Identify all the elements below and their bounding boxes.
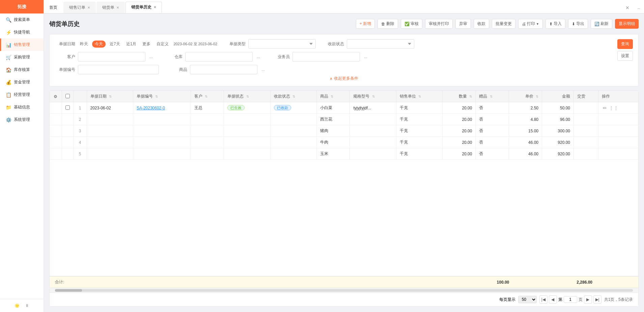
doc-no-link[interactable]: SA-20230602-0 (137, 106, 165, 110)
scroll-bar-thumb[interactable] (55, 289, 82, 292)
sidebar-item-base-info[interactable]: 📁 基础信息 (0, 101, 44, 113)
audit-button[interactable]: ✅ 审核 (401, 19, 422, 29)
sidebar-item-inventory[interactable]: 🏠 库存核算 (0, 63, 44, 76)
page-size-select[interactable]: 50 100 200 (518, 296, 537, 303)
col-actions: 操作 (598, 91, 638, 102)
col-doc-status[interactable]: 单据状态 ⇅ (224, 91, 270, 102)
page-last-btn[interactable]: ▶| (593, 295, 601, 304)
collect-button[interactable]: 收款 (474, 19, 489, 29)
doc-type-select[interactable] (248, 39, 316, 49)
tab-sales-history-close[interactable]: ✕ (153, 5, 156, 9)
tab-home[interactable]: 首页 (44, 2, 63, 13)
edit-action[interactable]: ✏ (602, 105, 608, 111)
batch-change-button[interactable]: 批量变更 (492, 19, 515, 29)
sidebar-item-quick-nav[interactable]: ⚡ 快捷导航 (0, 26, 44, 38)
tab-sales-goods[interactable]: 销货单 ✕ (96, 2, 125, 13)
scroll-bar[interactable] (50, 288, 638, 292)
new-button[interactable]: + 新增 (356, 19, 375, 29)
cell-num: 4 (73, 137, 87, 148)
sidebar-item-operations[interactable]: 📋 经营管理 (0, 88, 44, 101)
salesperson-ellipsis[interactable]: ... (363, 54, 369, 59)
date-btn-today[interactable]: 今天 (92, 41, 106, 48)
col-collect-status[interactable]: 收款状态 ⇅ (270, 91, 316, 102)
goods-ellipsis[interactable]: ... (260, 67, 266, 72)
settings-icon[interactable]: ⚙ (54, 94, 57, 99)
page-next-btn[interactable]: ▶ (584, 295, 592, 304)
col-doc-no[interactable]: 单据编号 ⇅ (133, 91, 191, 102)
cell-doc-status (224, 137, 270, 148)
cell-amount: 50.00 (542, 102, 574, 114)
date-btn-yesterday[interactable]: 昨天 (78, 41, 90, 48)
cell-goods: 猪肉 (317, 125, 350, 137)
cell-checkbox (62, 102, 73, 114)
goods-input[interactable] (190, 65, 257, 74)
refresh-button[interactable]: 🔄 刷新 (591, 19, 612, 29)
customer-ellipsis[interactable]: ... (148, 54, 154, 59)
sidebar-item-label: 系统管理 (14, 117, 30, 123)
page-first-btn[interactable]: |◀ (539, 295, 548, 304)
date-btn-7days[interactable]: 近7天 (108, 41, 122, 48)
cell-gift: 否 (476, 137, 509, 148)
col-customer[interactable]: 客户 ⇅ (191, 91, 224, 102)
row-checkbox[interactable] (65, 105, 70, 110)
sidebar-logo: 拓接 (0, 0, 44, 14)
col-price[interactable]: 单价 ⇅ (509, 91, 542, 102)
sidebar-item-system-mgmt[interactable]: ⚙️ 系统管理 (0, 113, 44, 126)
cell-collect-status (270, 148, 316, 160)
cell-num: 1 (73, 102, 87, 114)
tab-sales-history[interactable]: 销货单历史 ✕ (125, 2, 162, 13)
col-settings[interactable]: ⚙ (50, 91, 62, 102)
cell-doc-date: 2023-06-02 (87, 102, 133, 114)
cell-customer (191, 125, 224, 137)
query-button[interactable]: 查询 (617, 39, 633, 49)
customer-input[interactable] (78, 52, 145, 61)
window-min-btn[interactable]: ─ (634, 4, 644, 13)
cart-icon: 🛒 (6, 55, 11, 60)
select-all-checkbox[interactable] (65, 94, 70, 98)
collapse-btn[interactable]: ∧ 收起更多条件 (55, 76, 633, 81)
tab-sales-goods-close[interactable]: ✕ (116, 6, 119, 9)
sidebar-item-sales-mgmt[interactable]: 📊 销售管理 (0, 38, 44, 51)
export-button[interactable]: ⬇ 导出 (568, 19, 588, 29)
cell-settings (50, 137, 62, 148)
salesperson-input[interactable] (292, 52, 360, 61)
import-button[interactable]: ⬆ 导入 (545, 19, 565, 29)
cell-price: 15.00 (509, 125, 542, 137)
col-doc-date[interactable]: 单据日期 ⇅ (87, 91, 133, 102)
collect-status-select[interactable] (347, 39, 414, 49)
col-quantity[interactable]: 数量 ⇅ (443, 91, 476, 102)
date-btn-custom[interactable]: 自定义 (155, 41, 171, 48)
sidebar-bottom: 🌟 ⏸ (0, 299, 44, 312)
warehouse-ellipsis[interactable]: ... (255, 54, 261, 59)
page-prev-btn[interactable]: ◀ (549, 295, 557, 304)
tab-sales-order-close[interactable]: ✕ (87, 6, 90, 9)
delete-button[interactable]: 🗑 删除 (377, 19, 398, 29)
bottom-icon-1[interactable]: 🌟 (15, 303, 20, 308)
audit-print-button[interactable]: 审核并打印 (425, 19, 453, 29)
date-btn-1month[interactable]: 近1月 (124, 41, 139, 48)
sidebar-item-search-menu[interactable]: 🔍 搜索菜单 (0, 14, 44, 26)
col-doc-no-label: 单据编号 (137, 94, 153, 99)
doc-no-input[interactable] (78, 65, 159, 74)
settings-button[interactable]: 设置 (617, 51, 633, 61)
cell-checkbox (62, 148, 73, 160)
page-input[interactable] (564, 296, 577, 303)
bottom-icon-2[interactable]: ⏸ (25, 303, 29, 308)
col-goods[interactable]: 商品 ⇅ (317, 91, 350, 102)
col-gift[interactable]: 赠品 ⇅ (476, 91, 509, 102)
tab-sales-order[interactable]: 销售订单 ✕ (63, 2, 96, 13)
sidebar-item-purchase-mgmt[interactable]: 🛒 采购管理 (0, 51, 44, 63)
abandon-button[interactable]: 弃审 (455, 19, 471, 29)
warehouse-input[interactable] (185, 52, 253, 61)
show-detail-button[interactable]: 显示明细 (615, 19, 639, 29)
more-action[interactable]: ⋮⋮ (608, 105, 619, 111)
cell-actions (598, 125, 638, 137)
col-spec[interactable]: 规格型号 ⇅ (350, 91, 396, 102)
print-button[interactable]: 🖨 打印 ▼ (518, 19, 543, 29)
sort-icon: ⇅ (109, 95, 112, 98)
date-btn-more[interactable]: 更多 (140, 41, 152, 48)
window-close-btn[interactable]: ✕ (621, 2, 634, 13)
cell-doc-no: SA-20230602-0 (133, 102, 191, 114)
col-unit[interactable]: 销售单位 ⇅ (396, 91, 442, 102)
sidebar-item-finance[interactable]: 💰 资金管理 (0, 76, 44, 88)
